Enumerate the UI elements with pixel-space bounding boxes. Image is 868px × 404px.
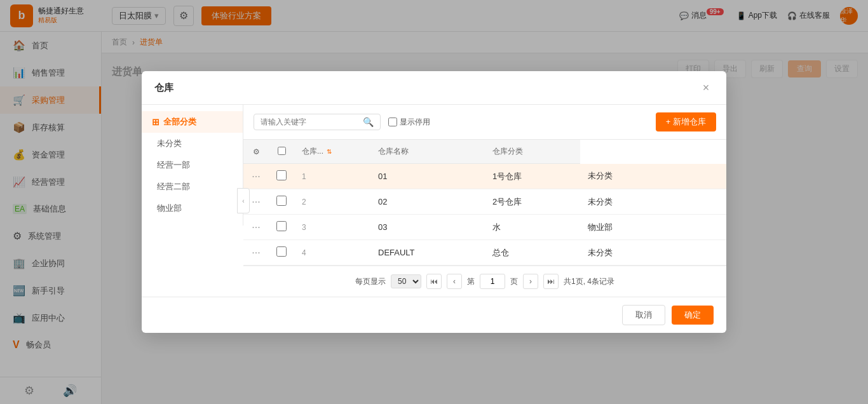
show-disabled-label[interactable]: 显示停用	[388, 117, 430, 128]
row-2-num: 2	[294, 189, 370, 215]
row-3-check	[269, 215, 294, 240]
row-1-name: 1号仓库	[485, 164, 580, 189]
search-input[interactable]	[261, 118, 359, 126]
confirm-button[interactable]: 确定	[672, 306, 714, 325]
data-table: ⚙ 仓库... ⇅ 仓库名称 仓库分类	[243, 140, 726, 266]
modal-body: ⊞ 全部分类 未分类 经营一部 经营二部 物业部 ‹ 🔍 显示停用	[142, 105, 726, 297]
row-4-code: DEFAULT	[370, 240, 485, 266]
more-icon[interactable]: ···	[252, 222, 260, 232]
row-3-code: 03	[370, 215, 485, 240]
th-settings: ⚙	[243, 140, 269, 164]
page-label: 第	[467, 276, 475, 287]
table-body: ··· 1 01 1号仓库 未分类	[243, 164, 726, 266]
th-checkbox	[269, 140, 294, 164]
table-panel: 🔍 显示停用 + 新增仓库 ⚙	[243, 105, 726, 297]
show-disabled-checkbox[interactable]	[388, 118, 397, 126]
more-icon[interactable]: ···	[252, 171, 260, 182]
table-row: ··· 2 02 2号仓库 未分类	[243, 189, 726, 215]
more-icon[interactable]: ···	[252, 247, 260, 258]
row-4-actions: ···	[243, 240, 269, 266]
category-panel: ⊞ 全部分类 未分类 经营一部 经营二部 物业部	[142, 105, 243, 226]
row-4-name: 总仓	[485, 240, 580, 266]
row-1-category: 未分类	[580, 164, 726, 189]
row-2-code: 02	[370, 189, 485, 215]
row-2-checkbox[interactable]	[276, 196, 287, 206]
sort-icon-code: ⇅	[327, 148, 332, 155]
modal-close-button[interactable]: ×	[698, 80, 714, 95]
modal-actions: 取消 确定	[142, 297, 726, 333]
category-all[interactable]: ⊞ 全部分类	[142, 111, 243, 133]
pagination-bar: 每页显示 50 ⏮ ‹ 第 页 › ⏭ 共1页, 4条记录	[243, 266, 726, 297]
table-row: ··· 4 DEFAULT 总仓 未分类	[243, 240, 726, 266]
next-page-button[interactable]: ›	[523, 274, 538, 289]
row-4-num: 4	[294, 240, 370, 266]
row-3-actions: ···	[243, 215, 269, 240]
table-head: ⚙ 仓库... ⇅ 仓库名称 仓库分类	[243, 140, 726, 164]
table-toolbar: 🔍 显示停用 + 新增仓库	[243, 105, 726, 140]
prev-page-button[interactable]: ‹	[447, 274, 462, 289]
modal-title: 仓库	[154, 82, 173, 94]
row-1-actions: ···	[243, 164, 269, 189]
row-2-name: 2号仓库	[485, 189, 580, 215]
table-row: ··· 1 01 1号仓库 未分类	[243, 164, 726, 189]
row-3-num: 3	[294, 215, 370, 240]
warehouse-modal: 仓库 × ⊞ 全部分类 未分类 经营一部 经营二部 物业部 ‹ 🔍	[142, 71, 726, 333]
row-1-num: 1	[294, 164, 370, 189]
last-page-button[interactable]: ⏭	[543, 274, 559, 289]
row-3-checkbox[interactable]	[276, 221, 287, 231]
search-icon[interactable]: 🔍	[363, 117, 374, 127]
row-4-checkbox[interactable]	[276, 246, 287, 257]
cancel-button[interactable]: 取消	[622, 305, 665, 325]
category-item-1[interactable]: 经营一部	[142, 154, 243, 176]
row-2-category: 未分类	[580, 189, 726, 215]
page-number-input[interactable]	[480, 274, 505, 289]
row-1-check	[269, 164, 294, 189]
grid-icon: ⊞	[152, 117, 159, 127]
collapse-category-button[interactable]: ‹	[237, 188, 250, 213]
page-unit: 页	[510, 276, 518, 287]
row-1-checkbox[interactable]	[276, 170, 287, 180]
select-all-checkbox[interactable]	[278, 147, 286, 155]
row-4-category: 未分类	[580, 240, 726, 266]
category-item-2[interactable]: 经营二部	[142, 176, 243, 198]
th-name: 仓库名称	[370, 140, 485, 164]
more-icon[interactable]: ···	[252, 196, 260, 207]
search-box: 🔍	[254, 114, 381, 130]
row-2-check	[269, 189, 294, 215]
total-info: 共1页, 4条记录	[564, 276, 614, 287]
add-warehouse-button[interactable]: + 新增仓库	[656, 112, 716, 131]
table-header-row: ⚙ 仓库... ⇅ 仓库名称 仓库分类	[243, 140, 726, 164]
category-panel-wrap: ⊞ 全部分类 未分类 经营一部 经营二部 物业部 ‹	[142, 105, 243, 297]
warehouse-table: ⚙ 仓库... ⇅ 仓库名称 仓库分类	[243, 140, 726, 266]
row-3-name: 水	[485, 215, 580, 240]
row-4-check	[269, 240, 294, 266]
row-1-code: 01	[370, 164, 485, 189]
table-row: ··· 3 03 水 物业部	[243, 215, 726, 240]
category-item-property[interactable]: 物业部	[142, 198, 243, 219]
th-category: 仓库分类	[485, 140, 580, 164]
th-code: 仓库... ⇅	[294, 140, 370, 164]
category-item-unclassified[interactable]: 未分类	[142, 133, 243, 154]
first-page-button[interactable]: ⏮	[426, 274, 442, 289]
per-page-select[interactable]: 50	[391, 274, 421, 288]
modal-header: 仓库 ×	[142, 71, 726, 105]
row-3-category: 物业部	[580, 215, 726, 240]
